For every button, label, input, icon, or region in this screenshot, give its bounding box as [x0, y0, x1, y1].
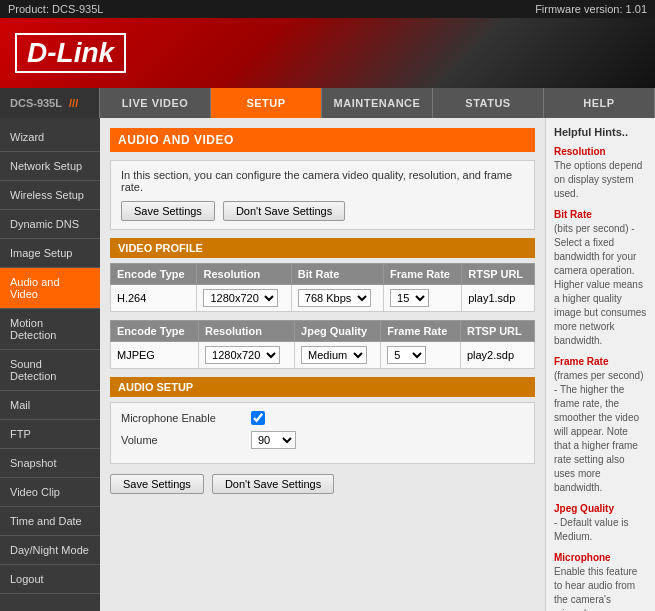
microphone-row: Microphone Enable [121, 411, 524, 425]
help-microphone-title: Microphone [554, 552, 647, 563]
col-bitrate: Bit Rate [291, 264, 383, 285]
top-bar: Product: DCS-935L Firmware version: 1.01 [0, 0, 655, 18]
tab-status[interactable]: STATUS [433, 88, 544, 118]
video-profile-table2: Encode Type Resolution Jpeg Quality Fram… [110, 320, 535, 369]
sidebar-item-video-clip[interactable]: Video Clip [0, 478, 100, 507]
sidebar-item-sound-detection[interactable]: Sound Detection [0, 350, 100, 391]
help-panel: Helpful Hints.. Resolution The options d… [545, 118, 655, 611]
firmware-label: Firmware version: 1.01 [535, 3, 647, 15]
help-title: Helpful Hints.. [554, 126, 647, 138]
audio-setup-title: AUDIO SETUP [110, 377, 535, 397]
table-row: H.264 1280x720 640x480 320x240 768 Kbps … [111, 285, 535, 312]
encode-type-2: MJPEG [111, 342, 199, 369]
col-framerate-1: Frame Rate [384, 264, 462, 285]
tab-maintenance[interactable]: MAINTENANCE [322, 88, 433, 118]
sidebar-item-motion-detection[interactable]: Motion Detection [0, 309, 100, 350]
dont-save-settings-top[interactable]: Don't Save Settings [223, 201, 345, 221]
framerate-select-1[interactable]: 15 10 30 [384, 285, 462, 312]
sidebar-item-audio-video[interactable]: Audio and Video [0, 268, 100, 309]
volume-label: Volume [121, 434, 241, 446]
help-jpeg-title: Jpeg Quality [554, 503, 647, 514]
sidebar-item-snapshot[interactable]: Snapshot [0, 449, 100, 478]
jpeg-quality-dropdown[interactable]: Medium Low High [301, 346, 367, 364]
sidebar-item-wizard[interactable]: Wizard [0, 123, 100, 152]
sidebar-item-image-setup[interactable]: Image Setup [0, 239, 100, 268]
resolution-select-2[interactable]: 1280x720 640x480 320x240 [199, 342, 295, 369]
volume-dropdown[interactable]: 90 80 70 100 [251, 431, 296, 449]
tab-help[interactable]: HELP [544, 88, 655, 118]
tab-live-video[interactable]: LIVE VIDEO [100, 88, 211, 118]
main-content: AUDIO AND VIDEO In this section, you can… [100, 118, 545, 611]
volume-row: Volume 90 80 70 100 [121, 431, 524, 449]
video-profile-title: VIDEO PROFILE [110, 238, 535, 258]
section-title: AUDIO AND VIDEO [110, 128, 535, 152]
logo: D-Link [15, 33, 126, 73]
save-settings-top[interactable]: Save Settings [121, 201, 215, 221]
video-profile-table1: Encode Type Resolution Bit Rate Frame Ra… [110, 263, 535, 312]
section-description: In this section, you can configure the c… [110, 160, 535, 230]
help-microphone-text: Enable this feature to hear audio from t… [554, 565, 647, 611]
col-resolution-2: Resolution [199, 321, 295, 342]
nav: DCS-935L /// LIVE VIDEO SETUP MAINTENANC… [0, 88, 655, 118]
resolution-select-1[interactable]: 1280x720 640x480 320x240 [197, 285, 291, 312]
sidebar-item-dynamic-dns[interactable]: Dynamic DNS [0, 210, 100, 239]
sidebar-item-mail[interactable]: Mail [0, 391, 100, 420]
nav-tabs: LIVE VIDEO SETUP MAINTENANCE STATUS HELP [100, 88, 655, 118]
jpeg-quality-select[interactable]: Medium Low High [295, 342, 381, 369]
col-rtsp-2: RTSP URL [460, 321, 534, 342]
sidebar: Wizard Network Setup Wireless Setup Dyna… [0, 118, 100, 611]
sidebar-item-ftp[interactable]: FTP [0, 420, 100, 449]
help-jpeg-text: - Default value is Medium. [554, 516, 647, 544]
col-encode-type-1: Encode Type [111, 264, 197, 285]
audio-setup-panel: Microphone Enable Volume 90 80 70 100 [110, 402, 535, 464]
help-framerate-text: (frames per second) - The higher the fra… [554, 369, 647, 495]
sidebar-item-day-night[interactable]: Day/Night Mode [0, 536, 100, 565]
framerate-dropdown-1[interactable]: 15 10 30 [390, 289, 429, 307]
sidebar-item-wireless-setup[interactable]: Wireless Setup [0, 181, 100, 210]
col-framerate-2: Frame Rate [381, 321, 461, 342]
save-settings-bottom[interactable]: Save Settings [110, 474, 204, 494]
tab-setup[interactable]: SETUP [211, 88, 322, 118]
content-area: Wizard Network Setup Wireless Setup Dyna… [0, 118, 655, 611]
sidebar-item-network-setup[interactable]: Network Setup [0, 152, 100, 181]
col-encode-type-2: Encode Type [111, 321, 199, 342]
col-resolution-1: Resolution [197, 264, 291, 285]
table-row: MJPEG 1280x720 640x480 320x240 Medium Lo… [111, 342, 535, 369]
rtsp-url-2: play2.sdp [460, 342, 534, 369]
framerate-select-2[interactable]: 5 10 15 [381, 342, 461, 369]
col-rtsp-1: RTSP URL [462, 264, 535, 285]
framerate-dropdown-2[interactable]: 5 10 15 [387, 346, 426, 364]
resolution-dropdown-1[interactable]: 1280x720 640x480 320x240 [203, 289, 278, 307]
bottom-buttons: Save Settings Don't Save Settings [110, 474, 535, 494]
resolution-dropdown-2[interactable]: 1280x720 640x480 320x240 [205, 346, 280, 364]
help-framerate-title: Frame Rate [554, 356, 647, 367]
encode-type-1: H.264 [111, 285, 197, 312]
nav-brand: DCS-935L /// [0, 88, 100, 118]
microphone-label: Microphone Enable [121, 412, 241, 424]
header: D-Link [0, 18, 655, 88]
help-bitrate-title: Bit Rate [554, 209, 647, 220]
product-label: Product: DCS-935L [8, 3, 103, 15]
microphone-checkbox[interactable] [251, 411, 265, 425]
help-resolution-text: The options depend on display system use… [554, 159, 647, 201]
help-bitrate-text: (bits per second) - Select a fixed bandw… [554, 222, 647, 348]
bitrate-select[interactable]: 768 Kbps 512 Kbps 1 Mbps [291, 285, 383, 312]
help-resolution-title: Resolution [554, 146, 647, 157]
sidebar-item-time-date[interactable]: Time and Date [0, 507, 100, 536]
bitrate-dropdown[interactable]: 768 Kbps 512 Kbps 1 Mbps [298, 289, 371, 307]
dont-save-settings-bottom[interactable]: Don't Save Settings [212, 474, 334, 494]
col-jpeg-quality: Jpeg Quality [295, 321, 381, 342]
sidebar-item-logout[interactable]: Logout [0, 565, 100, 594]
rtsp-url-1: play1.sdp [462, 285, 535, 312]
